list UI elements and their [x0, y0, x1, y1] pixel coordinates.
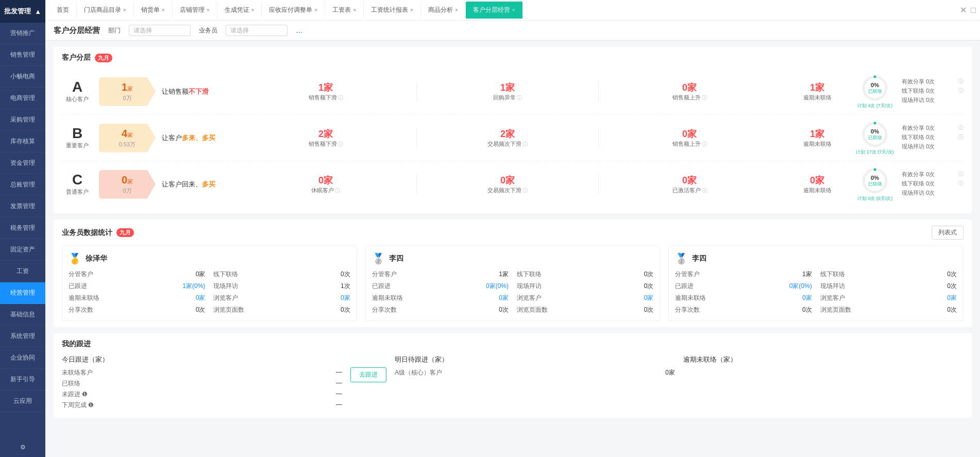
info-icon[interactable]: ⓘ: [522, 141, 528, 148]
tier-count-A[interactable]: 1家0万: [99, 77, 156, 106]
tab-客户分层经营[interactable]: 客户分层经营×: [466, 2, 523, 19]
sidebar-item-云应用[interactable]: 云应用: [0, 391, 45, 412]
sidebar-collapse-icon[interactable]: ▲: [35, 8, 41, 15]
sidebar-item-营销推广[interactable]: 营销推广: [0, 23, 45, 44]
info-icon[interactable]: ⓘ: [958, 87, 964, 94]
tab-工资表[interactable]: 工资表×: [325, 2, 364, 19]
biz-title: 业务员数据统计 九月: [62, 228, 134, 238]
tier-right-stat-item: 线下联络 0次ⓘ: [902, 87, 964, 95]
tier-stats-A: 1家销售额下滑 ⓘ1家回购异常 ⓘ0家销售额上升 ⓘ: [235, 81, 780, 101]
tab-bar: 首页门店商品目录×销货单×店铺管理×生成凭证×应收应付调整单×工资表×工资统计报…: [45, 0, 980, 21]
biz-stat-val[interactable]: 0家: [947, 294, 957, 302]
info-icon[interactable]: ⓘ: [338, 94, 343, 101]
tab-close-销货单[interactable]: ×: [162, 7, 165, 13]
customer-month-badge: 九月: [95, 54, 112, 62]
sidebar-item-销售管理[interactable]: 销售管理: [0, 44, 45, 66]
biz-stat-label: 逾期未联络: [372, 294, 403, 302]
sidebar-header[interactable]: 批发管理 ▲: [0, 0, 45, 23]
biz-stat-label: 线下联络: [213, 270, 238, 279]
tier-slogan-B: 让客户多来、多买: [162, 133, 229, 143]
tab-销货单[interactable]: 销货单×: [134, 2, 173, 19]
biz-stat-row: 浏览客户0家: [213, 294, 350, 302]
tier-contact-B: 1家逾期未联络: [786, 128, 848, 148]
info-icon[interactable]: ⓘ: [958, 133, 964, 141]
sidebar-item-总账管理[interactable]: 总账管理: [0, 174, 45, 196]
sidebar-item-工资[interactable]: 工资: [0, 261, 45, 282]
sidebar-item-固定资产[interactable]: 固定资产: [0, 239, 45, 261]
biz-stat-val[interactable]: 0家: [196, 294, 206, 302]
today-item-val: —: [336, 390, 342, 399]
info-icon[interactable]: ⓘ: [517, 94, 522, 101]
biz-stat-row: 线下联络0次: [213, 270, 350, 279]
sidebar-gear-button[interactable]: ⚙: [0, 437, 45, 457]
tab-生成凭证[interactable]: 生成凭证×: [217, 2, 262, 19]
tab-首页[interactable]: 首页: [49, 2, 77, 19]
biz-stat-val: 0次: [802, 306, 812, 314]
tomorrow-followup-col: 明日待跟进（家） A级（核心）客户 0家: [395, 355, 675, 379]
info-icon[interactable]: ⓘ: [335, 187, 340, 194]
tier-slogan-C: 让客户回来、多买: [162, 180, 229, 189]
sidebar-item-小畅电商[interactable]: 小畅电商: [0, 66, 45, 88]
sidebar-item-电商管理[interactable]: 电商管理: [0, 88, 45, 109]
tab-bar-actions[interactable]: ✕ □: [960, 5, 976, 15]
sidebar-item-经营管理[interactable]: 经营管理: [0, 282, 45, 304]
info-icon[interactable]: ⓘ: [702, 94, 707, 101]
sidebar-item-采购管理[interactable]: 采购管理: [0, 109, 45, 131]
sales-select[interactable]: 请选择: [226, 25, 288, 36]
tier-count-C[interactable]: 0家0万: [99, 170, 156, 199]
tab-close-店铺管理[interactable]: ×: [207, 7, 210, 13]
biz-stat-row: 分享次数0次: [69, 306, 205, 314]
sidebar-item-新手引导[interactable]: 新手引导: [0, 369, 45, 391]
dept-label: 部门: [108, 26, 121, 35]
tab-close-工资表[interactable]: ×: [353, 7, 356, 13]
tab-门店商品目录[interactable]: 门店商品目录×: [77, 2, 134, 19]
tab-应收应付调整单[interactable]: 应收应付调整单×: [262, 2, 325, 19]
sidebar-item-基础信息[interactable]: 基础信息: [0, 304, 45, 326]
info-icon[interactable]: ⓘ: [958, 171, 964, 178]
info-icon[interactable]: ⓘ: [702, 141, 707, 148]
sidebar-item-系统管理[interactable]: 系统管理: [0, 326, 45, 347]
tier-right-stats-B: 有效分享 0次ⓘ线下联络 0次ⓘ现场拜访 0次: [902, 124, 964, 152]
info-icon[interactable]: ⓘ: [522, 187, 528, 194]
biz-stat-label: 浏览客户: [820, 294, 845, 302]
sidebar-item-企业协同[interactable]: 企业协同: [0, 347, 45, 369]
tab-close-应收应付调整单[interactable]: ×: [314, 7, 317, 13]
sidebar-item-税务管理[interactable]: 税务管理: [0, 217, 45, 239]
page-title: 客户分层经营: [54, 26, 100, 36]
biz-stats-grid-2: 分管客户1家线下联络0次已跟进0家(0%)现场拜访0次逾期未联络0家浏览客户0家…: [675, 270, 957, 314]
biz-card-0: 🥇徐泽华分管客户0家线下联络0次已跟进1家(0%)现场拜访1次逾期未联络0家浏览…: [62, 246, 357, 321]
sales-name-2: 李四: [692, 254, 706, 263]
tab-close-商品分析[interactable]: ×: [455, 7, 458, 13]
biz-stat-label: 浏览客户: [213, 294, 238, 302]
go-followup-button[interactable]: 去跟进: [350, 367, 386, 382]
info-icon[interactable]: ⓘ: [958, 78, 964, 85]
biz-stat-val[interactable]: 0家: [341, 294, 350, 302]
info-icon[interactable]: ⓘ: [958, 124, 964, 131]
biz-stat-val[interactable]: 0家(0%): [486, 282, 509, 291]
biz-stat-val[interactable]: 0家(0%): [789, 282, 812, 291]
info-icon[interactable]: ⓘ: [702, 187, 707, 194]
biz-stat-val[interactable]: 0家: [802, 294, 812, 302]
tab-close-生成凭证[interactable]: ×: [251, 7, 255, 13]
tab-close-工资统计报表[interactable]: ×: [410, 7, 413, 13]
tab-店铺管理[interactable]: 店铺管理×: [173, 2, 217, 19]
sidebar-item-发票管理[interactable]: 发票管理: [0, 196, 45, 217]
tab-restore-icon[interactable]: □: [971, 6, 976, 15]
tab-close-icon[interactable]: ✕: [960, 5, 967, 15]
customer-section-title: 客户分层 九月: [62, 53, 964, 62]
biz-stat-val[interactable]: 0家: [644, 294, 654, 302]
biz-stat-val[interactable]: 0家: [499, 294, 509, 302]
list-view-button[interactable]: 列表式: [932, 226, 964, 240]
tab-工资统计报表[interactable]: 工资统计报表×: [364, 2, 421, 19]
tab-close-客户分层经营[interactable]: ×: [512, 7, 515, 13]
filter-more-button[interactable]: ...: [296, 26, 302, 35]
biz-stat-val[interactable]: 1家(0%): [182, 282, 205, 291]
tab-商品分析[interactable]: 商品分析×: [421, 2, 466, 19]
tab-close-门店商品目录[interactable]: ×: [123, 7, 126, 13]
tier-count-B[interactable]: 4家0.53万: [99, 124, 156, 153]
info-icon[interactable]: ⓘ: [958, 180, 964, 187]
info-icon[interactable]: ⓘ: [338, 141, 343, 148]
dept-select[interactable]: 请选择: [129, 25, 191, 36]
sidebar-item-库存核算[interactable]: 库存核算: [0, 131, 45, 153]
sidebar-item-资金管理[interactable]: 资金管理: [0, 153, 45, 174]
